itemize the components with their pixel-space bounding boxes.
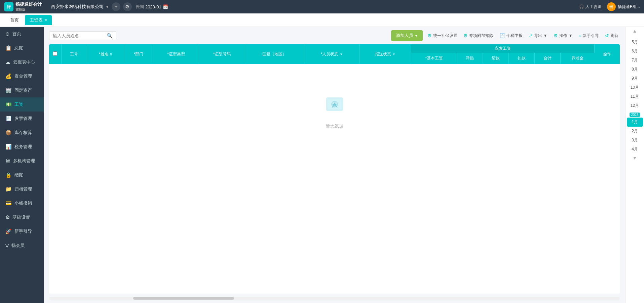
month-2022-10[interactable]: 10月: [627, 83, 643, 92]
app-logo: 好 畅捷通好会计 旗舰版: [4, 1, 48, 12]
sidebar-item-home[interactable]: ⊙ 首页: [0, 27, 44, 41]
invoice-icon: 🧾: [5, 116, 12, 122]
support-label: 人工咨询: [585, 4, 602, 10]
sidebar-item-tax[interactable]: 📊 税务管理: [0, 140, 44, 154]
sidebar-item-invoice[interactable]: 🧾 发票管理: [0, 112, 44, 126]
logo-icon: 好: [4, 2, 13, 11]
col-header-pension: 养老金: [560, 53, 594, 64]
close-month-icon: 🔒: [5, 172, 12, 178]
refresh-action[interactable]: ↺ 刷新: [604, 33, 620, 39]
col-header-number: 工号: [61, 44, 87, 64]
tax-action[interactable]: 🧾 个税申报: [498, 33, 524, 39]
month-nav-up[interactable]: ▲: [631, 27, 639, 35]
sidebar-item-archive[interactable]: 📁 归档管理: [0, 182, 44, 196]
calendar-icon[interactable]: 📅: [163, 4, 168, 9]
operate-action[interactable]: ⚙ 操作 ▼: [552, 33, 574, 39]
sidebar-item-multi-org[interactable]: 🏛 多机构管理: [0, 154, 44, 168]
guide-action[interactable]: ○ 新手引导: [577, 33, 600, 39]
home-icon: ⊙: [5, 31, 10, 37]
name-sort-icon[interactable]: ⇅: [110, 52, 112, 56]
svg-point-6: [333, 102, 334, 104]
sidebar-item-inventory[interactable]: 📦 库存核算: [0, 126, 44, 140]
month-2023-3[interactable]: 3月: [627, 136, 643, 145]
company-name: 西安虾米网络科技有限公司: [51, 4, 104, 10]
fund-icon: 💰: [5, 73, 12, 79]
month-2022-11[interactable]: 11月: [627, 92, 643, 101]
sidebar-label-fund: 资金管理: [14, 73, 32, 79]
month-nav-down[interactable]: ▼: [631, 154, 639, 162]
col-header-performance: 绩效: [483, 53, 509, 64]
month-2023-2[interactable]: 2月: [627, 127, 643, 136]
sidebar-label-close: 结账: [14, 172, 23, 178]
guide-action-label: 新手引导: [583, 33, 599, 39]
col-header-nationality: 国籍（地区）: [245, 44, 304, 64]
sidebar-item-fixed-assets[interactable]: 🏢 固定资产: [0, 83, 44, 97]
sidebar-label-settings: 基础设置: [12, 214, 30, 220]
tab-close-icon[interactable]: ×: [45, 18, 47, 22]
report-status-filter-icon[interactable]: ▼: [392, 52, 395, 56]
empty-text: 暂无数据: [326, 123, 343, 129]
month-2022-7[interactable]: 7月: [627, 56, 643, 65]
sidebar-item-cloud-report[interactable]: ☁ 云报表中心: [0, 55, 44, 69]
support-button[interactable]: 🎧 人工咨询: [579, 4, 602, 10]
scrollbar-thumb[interactable]: [133, 297, 234, 300]
table-scrollbar[interactable]: [49, 297, 620, 300]
refresh-label: 刷新: [610, 33, 618, 39]
sidebar-item-salary[interactable]: 💵 工资: [0, 97, 44, 112]
col-header-allowance: 津贴: [457, 53, 483, 64]
sidebar-item-expense[interactable]: 💳 小畅报销: [0, 196, 44, 210]
sidebar-item-settings[interactable]: ⚙ 基础设置: [0, 210, 44, 224]
app-name: 畅捷通好会计: [15, 1, 42, 7]
svg-point-7: [335, 102, 337, 104]
add-person-arrow: ▼: [415, 34, 418, 38]
sidebar-item-general-ledger[interactable]: 📋 总账: [0, 41, 44, 55]
sidebar-label-inventory: 库存核算: [14, 130, 32, 136]
month-2023-4[interactable]: 4月: [627, 145, 643, 154]
search-input[interactable]: [53, 33, 107, 38]
expense-icon: 💳: [5, 200, 12, 206]
select-all-checkbox[interactable]: [53, 51, 57, 56]
sidebar-label-home: 首页: [12, 31, 21, 37]
search-icon: 🔍: [107, 33, 112, 38]
select-all-checkbox-header[interactable]: [49, 44, 61, 64]
sidebar-label-member: 畅会员: [11, 243, 25, 249]
sidebar-item-fund[interactable]: 💰 资金管理: [0, 69, 44, 83]
settings-button[interactable]: ⚙: [123, 2, 132, 11]
user-label: 畅捷通B组...: [618, 4, 640, 10]
sidebar-item-member[interactable]: V 畅会员: [0, 239, 44, 253]
tax-label: 个税申报: [506, 33, 523, 39]
month-2022-9[interactable]: 9月: [627, 74, 643, 83]
right-panel: ▲ 5月 6月 7月 8月 9月 10月 11月 12月 2023 1月 2月 …: [625, 27, 644, 303]
year-divider: [626, 111, 644, 111]
sidebar-item-close[interactable]: 🔒 结账: [0, 168, 44, 182]
social-settings-action[interactable]: ⚙ 统一社保设置: [426, 33, 459, 39]
month-2023-1[interactable]: 1月: [627, 118, 643, 127]
month-2022-6[interactable]: 6月: [627, 47, 643, 56]
tab-home[interactable]: 首页: [5, 15, 24, 25]
refresh-icon: ↺: [605, 33, 609, 38]
month-2022-12[interactable]: 12月: [627, 101, 643, 110]
add-person-button[interactable]: 添加人员 ▼: [391, 30, 423, 41]
month-2022-8[interactable]: 8月: [627, 65, 643, 74]
status-filter-icon[interactable]: ▼: [340, 52, 343, 56]
salary-table: 工号 *姓名 ⇅ *部门 *证型类型 *证型号码: [49, 44, 620, 156]
export-action[interactable]: ↗ 导出 ▼: [527, 33, 549, 39]
month-2022-5[interactable]: 5月: [627, 38, 643, 47]
sidebar-label-archive: 归档管理: [14, 186, 32, 192]
user-button[interactable]: 畅 畅捷通B组...: [607, 2, 640, 11]
add-button[interactable]: ＋: [112, 2, 120, 11]
toolbar-right: 添加人员 ▼ ⚙ 统一社保设置 ⚙ 专项附加扣除 🧾 个税申报 ↗ 导出: [391, 30, 620, 41]
top-bar-right: 🎧 人工咨询 畅 畅捷通B组...: [579, 2, 640, 11]
company-dropdown-arrow[interactable]: ▼: [106, 5, 109, 9]
assets-icon: 🏢: [5, 87, 12, 93]
sidebar-label-guide: 新手引导: [14, 228, 32, 234]
deduct-action[interactable]: ⚙ 专项附加扣除: [462, 33, 495, 39]
multiorg-icon: 🏛: [5, 158, 10, 164]
top-bar: 好 畅捷通好会计 旗舰版 西安虾米网络科技有限公司 ▼ ＋ ⚙ 账期 2023-…: [0, 0, 644, 13]
sidebar-item-guide[interactable]: 🚀 新手引导: [0, 224, 44, 239]
export-arrow-icon: ▼: [543, 33, 547, 38]
tab-salary[interactable]: 工资表 ×: [25, 15, 52, 25]
toolbar: 🔍 添加人员 ▼ ⚙ 统一社保设置 ⚙ 专项附加扣除 🧾 个税申报: [44, 27, 625, 44]
sidebar-label-multi-org: 多机构管理: [13, 158, 35, 164]
company-selector[interactable]: 西安虾米网络科技有限公司 ▼: [51, 4, 109, 10]
